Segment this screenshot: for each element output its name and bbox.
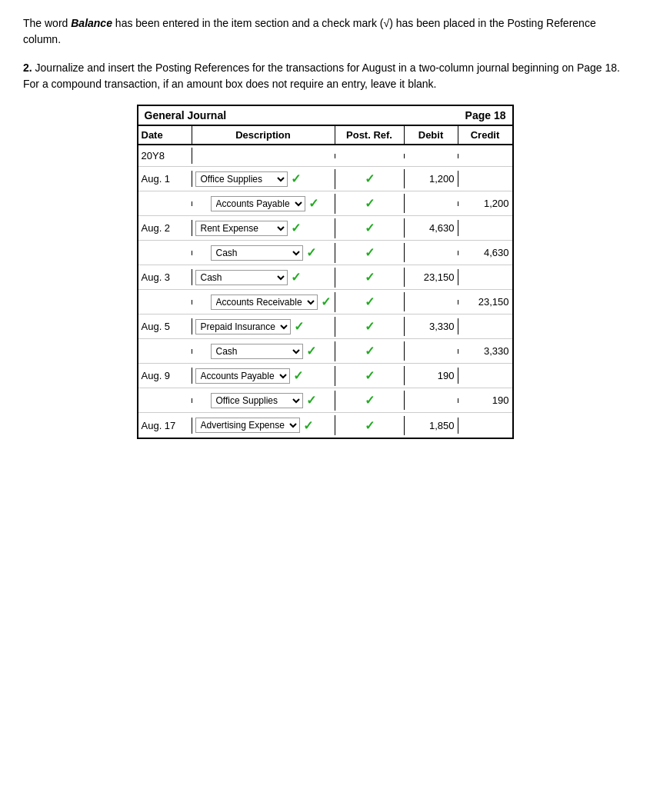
check-cash-1: ✓ <box>306 245 316 260</box>
desc-cash-3: Cash ✓ <box>192 341 335 361</box>
select-accounts-payable-2[interactable]: Accounts Payable <box>195 368 290 384</box>
date-aug5: Aug. 5 <box>138 318 192 334</box>
date-empty-5 <box>138 398 192 403</box>
debit-4 <box>405 251 458 255</box>
debit-1: 1,200 <box>405 171 458 187</box>
desc-cash-2: Cash ✓ <box>192 268 335 288</box>
postref-9: ✓ <box>335 366 405 385</box>
check-ap-2: ✓ <box>293 368 303 383</box>
desc-accounts-receivable: Accounts Receivable ✓ <box>192 292 335 312</box>
table-row: Aug. 17 Advertising Expense ✓ ✓ 1,850 <box>138 413 512 438</box>
select-cash-3[interactable]: Cash <box>211 344 303 359</box>
postref-4: ✓ <box>335 243 405 262</box>
question-text: 2. Journalize and insert the Posting Ref… <box>23 60 627 92</box>
year-cell: 20Y8 <box>138 148 192 164</box>
postref-check-4: ✓ <box>365 245 375 260</box>
postref-5: ✓ <box>335 268 405 287</box>
table-row: Aug. 1 Office Supplies ✓ ✓ 1,200 <box>138 167 512 191</box>
col-description: Description <box>192 126 335 144</box>
credit-8: 3,330 <box>458 343 512 359</box>
debit-7: 3,330 <box>405 318 458 334</box>
check-rent: ✓ <box>291 221 301 235</box>
date-empty-4 <box>138 349 192 354</box>
question-number: 2. <box>23 62 32 74</box>
postref-8: ✓ <box>335 341 405 361</box>
postref-check-3: ✓ <box>365 221 375 235</box>
postref-check-9: ✓ <box>365 368 375 383</box>
credit-10: 190 <box>458 392 512 408</box>
desc-office-supplies-2: Office Supplies ✓ <box>192 391 335 411</box>
date-aug3: Aug. 3 <box>138 269 192 285</box>
select-office-supplies-2[interactable]: Office Supplies <box>211 393 303 408</box>
year-row: 20Y8 <box>138 145 512 167</box>
postref-check-7: ✓ <box>365 319 375 334</box>
debit-6 <box>405 300 458 304</box>
desc-rent-expense: Rent Expense ✓ <box>192 218 335 238</box>
col-date: Date <box>138 126 192 144</box>
select-prepaid-insurance[interactable]: Prepaid Insurance <box>195 319 291 334</box>
select-accounts-receivable[interactable]: Accounts Receivable <box>211 295 318 310</box>
postref-check-11: ✓ <box>365 418 375 433</box>
credit-2: 1,200 <box>458 195 512 211</box>
desc-accounts-payable-1: Accounts Payable ✓ <box>192 194 335 214</box>
journal-page: Page 18 <box>465 109 506 121</box>
date-empty-2 <box>138 251 192 255</box>
select-office-supplies[interactable]: Office Supplies <box>195 171 288 187</box>
table-row: Cash ✓ ✓ 3,330 <box>138 339 512 364</box>
col-credit: Credit <box>458 126 512 144</box>
credit-9 <box>458 374 512 378</box>
italic-word: Balance <box>71 17 112 29</box>
desc-advertising-expense: Advertising Expense ✓ <box>192 415 335 435</box>
date-empty-1 <box>138 201 192 206</box>
table-row: Accounts Payable ✓ ✓ 1,200 <box>138 191 512 216</box>
desc-cash-1: Cash ✓ <box>192 243 335 263</box>
credit-3 <box>458 226 512 231</box>
col-postref: Post. Ref. <box>335 126 405 144</box>
postref-check-6: ✓ <box>365 295 375 309</box>
postref-6: ✓ <box>335 292 405 311</box>
check-os-2: ✓ <box>306 393 316 408</box>
postref-check-2: ✓ <box>365 196 375 211</box>
credit-11 <box>458 423 512 428</box>
table-row: Cash ✓ ✓ 4,630 <box>138 241 512 265</box>
postref-3: ✓ <box>335 218 405 238</box>
postref-2: ✓ <box>335 194 405 213</box>
debit-2 <box>405 201 458 206</box>
journal-col-headers: Date Description Post. Ref. Debit Credit <box>138 126 512 145</box>
postref-7: ✓ <box>335 317 405 336</box>
postref-1: ✓ <box>335 169 405 188</box>
date-empty-3 <box>138 300 192 304</box>
select-advertising-expense[interactable]: Advertising Expense <box>195 418 300 433</box>
select-rent-expense[interactable]: Rent Expense <box>195 221 288 236</box>
postref-check-10: ✓ <box>365 393 375 408</box>
journal-header: General Journal Page 18 <box>138 106 512 126</box>
postref-10: ✓ <box>335 391 405 410</box>
desc-prepaid-insurance: Prepaid Insurance ✓ <box>192 317 335 337</box>
date-aug9: Aug. 9 <box>138 368 192 384</box>
check-cash-3: ✓ <box>306 344 316 358</box>
select-accounts-payable-1[interactable]: Accounts Payable <box>211 196 305 211</box>
debit-9: 190 <box>405 368 458 384</box>
date-aug1: Aug. 1 <box>138 171 192 187</box>
table-row: Aug. 5 Prepaid Insurance ✓ ✓ 3,330 <box>138 314 512 339</box>
desc-office-supplies: Office Supplies ✓ <box>192 169 335 189</box>
date-aug17: Aug. 17 <box>138 418 192 434</box>
check-office-supplies: ✓ <box>291 171 301 186</box>
debit-11: 1,850 <box>405 418 458 434</box>
table-row: Aug. 3 Cash ✓ ✓ 23,150 <box>138 265 512 290</box>
check-adv: ✓ <box>303 418 313 433</box>
credit-7 <box>458 324 512 329</box>
check-ar: ✓ <box>321 295 331 309</box>
select-cash-2[interactable]: Cash <box>195 270 288 285</box>
col-debit: Debit <box>405 126 458 144</box>
postref-check-8: ✓ <box>365 344 375 358</box>
postref-11: ✓ <box>335 416 405 435</box>
general-journal: General Journal Page 18 Date Description… <box>137 105 514 439</box>
select-cash-1[interactable]: Cash <box>211 245 303 261</box>
table-row: Aug. 9 Accounts Payable ✓ ✓ 190 <box>138 364 512 388</box>
check-ap-1: ✓ <box>308 196 318 211</box>
credit-5 <box>458 275 512 280</box>
table-row: Office Supplies ✓ ✓ 190 <box>138 388 512 413</box>
postref-check-1: ✓ <box>365 171 375 186</box>
table-row: Aug. 2 Rent Expense ✓ ✓ 4,630 <box>138 216 512 241</box>
